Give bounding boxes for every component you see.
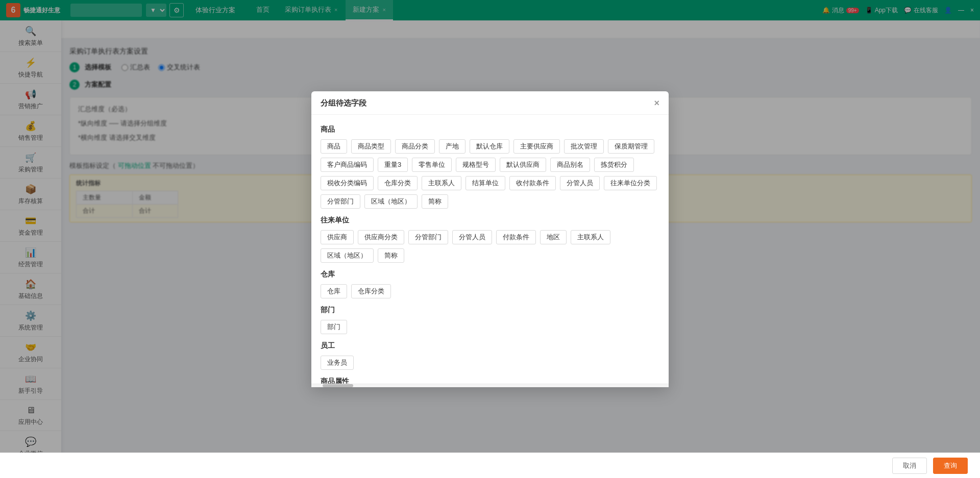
- field-tag[interactable]: 简称: [422, 194, 448, 209]
- field-tag[interactable]: 供应商: [321, 230, 354, 244]
- field-tag[interactable]: 仓库: [321, 284, 347, 298]
- modal-scrollbar-horizontal[interactable]: [311, 384, 669, 387]
- modal-close-button[interactable]: ×: [654, 98, 659, 108]
- section-title-warehouse: 仓库: [321, 270, 659, 279]
- field-tag[interactable]: 保质期管理: [608, 139, 654, 154]
- modal-header: 分组待选字段 ×: [311, 91, 669, 115]
- field-tag[interactable]: 批次管理: [564, 139, 604, 154]
- field-tag[interactable]: 区域（地区）: [364, 194, 418, 209]
- field-tag[interactable]: 仓库分类: [378, 176, 418, 190]
- field-tag[interactable]: 规格型号: [456, 158, 496, 172]
- field-tags-employee: 业务员: [321, 356, 659, 370]
- field-tag[interactable]: 产地: [439, 139, 465, 154]
- field-tag[interactable]: 拣货积分: [594, 158, 634, 172]
- modal-backdrop: 分组待选字段 × 商品 商品 商品类型 商品分类 产地 默认仓库 主要供应商 批…: [0, 0, 980, 478]
- field-tag[interactable]: 付款条件: [496, 230, 536, 244]
- field-tag[interactable]: 业务员: [321, 356, 354, 370]
- field-tag[interactable]: 仓库分类: [351, 284, 391, 298]
- field-tag[interactable]: 简称: [378, 248, 404, 263]
- footer-bar: 取消 查询: [0, 452, 980, 478]
- section-title-product: 商品: [321, 125, 659, 134]
- field-tag[interactable]: 默认供应商: [500, 158, 546, 172]
- field-tag[interactable]: 商品: [321, 139, 347, 154]
- field-tag[interactable]: 往来单位分类: [604, 176, 657, 190]
- field-tags-warehouse: 仓库 仓库分类: [321, 284, 659, 298]
- field-tag[interactable]: 客户商品编码: [321, 158, 374, 172]
- field-tag[interactable]: 结算单位: [465, 176, 505, 190]
- modal-title: 分组待选字段: [321, 98, 366, 108]
- field-tag[interactable]: 零售单位: [412, 158, 452, 172]
- section-title-product-attr: 商品属性: [321, 377, 659, 384]
- field-tag[interactable]: 主联系人: [571, 230, 610, 244]
- section-title-employee: 员工: [321, 341, 659, 350]
- field-tags-product: 商品 商品类型 商品分类 产地 默认仓库 主要供应商 批次管理 保质期管理 客户…: [321, 139, 659, 209]
- field-tags-department: 部门: [321, 320, 659, 334]
- field-tag[interactable]: 商品分类: [395, 139, 435, 154]
- section-title-department: 部门: [321, 306, 659, 315]
- field-tag[interactable]: 重量3: [378, 158, 408, 172]
- field-tag[interactable]: 商品别名: [550, 158, 590, 172]
- scrollbar-thumb-h: [323, 384, 353, 387]
- field-tag[interactable]: 税收分类编码: [321, 176, 374, 190]
- field-tag[interactable]: 默认仓库: [470, 139, 509, 154]
- field-tag[interactable]: 分管人员: [452, 230, 492, 244]
- field-tag[interactable]: 主联系人: [422, 176, 461, 190]
- field-tag[interactable]: 供应商分类: [358, 230, 404, 244]
- field-tag[interactable]: 收付款条件: [509, 176, 556, 190]
- field-tag[interactable]: 区域（地区）: [321, 248, 374, 263]
- confirm-button[interactable]: 查询: [933, 458, 968, 474]
- field-tag[interactable]: 主要供应商: [513, 139, 560, 154]
- field-tags-partner: 供应商 供应商分类 分管部门 分管人员 付款条件 地区 主联系人 区域（地区） …: [321, 230, 659, 263]
- field-tag[interactable]: 分管部门: [321, 194, 360, 209]
- modal-body: 商品 商品 商品类型 商品分类 产地 默认仓库 主要供应商 批次管理 保质期管理…: [311, 115, 669, 384]
- section-title-partner: 往来单位: [321, 216, 659, 225]
- cancel-button[interactable]: 取消: [892, 458, 927, 474]
- field-tag[interactable]: 商品类型: [351, 139, 391, 154]
- field-tag[interactable]: 地区: [540, 230, 567, 244]
- field-tag[interactable]: 部门: [321, 320, 347, 334]
- field-tag[interactable]: 分管人员: [560, 176, 600, 190]
- field-tag[interactable]: 分管部门: [408, 230, 448, 244]
- field-select-modal: 分组待选字段 × 商品 商品 商品类型 商品分类 产地 默认仓库 主要供应商 批…: [311, 91, 669, 387]
